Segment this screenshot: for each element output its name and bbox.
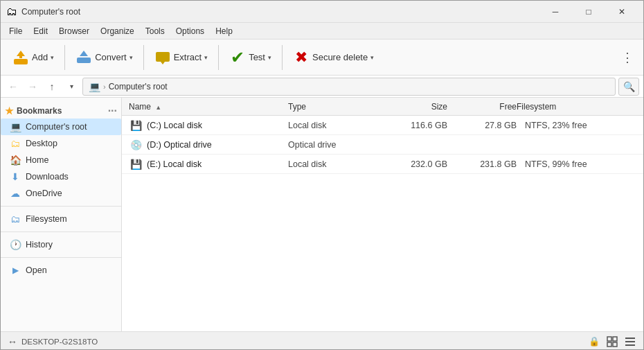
menu-bar: File Edit Browser Organize Tools Options…: [1, 23, 643, 40]
main-area: ★ Bookmarks ··· 💻 Computer's root 🗂 Desk…: [1, 98, 643, 331]
sort-arrow: ▲: [155, 104, 161, 111]
breadcrumb-item[interactable]: Computer's root: [109, 82, 168, 91]
convert-icon: [75, 49, 92, 66]
sidebar-item-history[interactable]: 🕐 History: [1, 236, 121, 253]
menu-browser[interactable]: Browser: [53, 25, 95, 37]
menu-organize[interactable]: Organize: [95, 25, 140, 37]
secure-delete-icon: ✖: [293, 49, 310, 66]
extract-icon: [154, 49, 171, 66]
table-row[interactable]: 💿 (D:) Optical drive Optical drive: [122, 135, 643, 155]
window-controls: ─ □ ✕: [539, 1, 638, 23]
file-list-header: Name ▲ Type Size Free Filesystem: [122, 98, 643, 116]
sidebar-divider-1: [1, 206, 121, 207]
breadcrumb[interactable]: 💻 › Computer's root: [82, 78, 616, 96]
status-computer-label: DESKTOP-G2S18TO: [21, 338, 98, 346]
history-dropdown-button[interactable]: ▾: [63, 78, 80, 95]
status-right: 🔒: [588, 335, 636, 348]
sidebar-item-filesystem[interactable]: 🗂 Filesystem: [1, 211, 121, 227]
col-header-filesystem[interactable]: Filesystem: [517, 102, 620, 112]
detail-view-icon[interactable]: [624, 335, 636, 348]
convert-chevron: ▾: [129, 54, 133, 61]
col-header-name[interactable]: Name ▲: [129, 102, 288, 112]
title-bar: 🗂 Computer's root ─ □ ✕: [1, 1, 643, 23]
svg-marker-4: [80, 51, 88, 56]
sidebar-bookmarks-header[interactable]: ★ Bookmarks ···: [1, 102, 121, 119]
bookmarks-more[interactable]: ···: [108, 105, 117, 117]
add-label: Add: [32, 52, 48, 62]
table-row[interactable]: 💾 (E:) Local disk Local disk 232.0 GB 23…: [122, 155, 643, 174]
search-button[interactable]: 🔍: [618, 78, 639, 96]
svg-rect-11: [625, 338, 635, 339]
sidebar-item-computers-root[interactable]: 💻 Computer's root: [1, 119, 121, 135]
close-button[interactable]: ✕: [606, 1, 638, 23]
maximize-button[interactable]: □: [573, 1, 605, 23]
sidebar-label-downloads: Downloads: [26, 172, 69, 182]
forward-button[interactable]: →: [24, 78, 41, 95]
col-header-free[interactable]: Free: [447, 102, 517, 112]
lock-icon[interactable]: 🔒: [588, 335, 600, 348]
test-label: Test: [249, 52, 265, 62]
bookmarks-label: Bookmarks: [17, 106, 62, 116]
sidebar-label-onedrive: OneDrive: [26, 189, 62, 198]
downloads-icon: ⬇: [9, 170, 21, 183]
secure-delete-label: Secure delete: [312, 52, 368, 62]
sidebar-label-history: History: [26, 240, 53, 250]
menu-edit[interactable]: Edit: [28, 25, 53, 37]
open-icon: ▶: [9, 264, 21, 277]
grid-view-icon[interactable]: [606, 335, 618, 348]
file-area: Name ▲ Type Size Free Filesystem 💾 (C:) …: [122, 98, 643, 331]
extract-button[interactable]: Extract ▾: [148, 44, 214, 71]
sidebar-item-onedrive[interactable]: ☁ OneDrive: [1, 185, 121, 202]
svg-rect-8: [613, 337, 617, 341]
table-row[interactable]: 💾 (C:) Local disk Local disk 116.6 GB 27…: [122, 116, 643, 135]
file-rows: 💾 (C:) Local disk Local disk 116.6 GB 27…: [122, 116, 643, 174]
sidebar-divider-3: [1, 257, 121, 258]
sidebar-label-computers-root: Computer's root: [26, 122, 87, 132]
menu-options[interactable]: Options: [170, 25, 210, 37]
history-icon: 🕐: [9, 238, 21, 251]
svg-rect-9: [607, 342, 611, 347]
breadcrumb-sep: ›: [103, 82, 106, 91]
status-left: ↔ DESKTOP-G2S18TO: [8, 336, 588, 347]
toolbar: Add ▾ Convert ▾ Extract ▾ ✔ Test ▾: [1, 40, 643, 76]
sidebar-label-filesystem: Filesystem: [26, 214, 67, 224]
col-header-size[interactable]: Size: [378, 102, 447, 112]
file-icon: 💾: [129, 119, 143, 132]
window-title: Computer's root: [21, 7, 539, 17]
test-button[interactable]: ✔ Test ▾: [223, 44, 278, 71]
computer-icon: 💻: [9, 121, 21, 133]
sidebar-item-open[interactable]: ▶ Open: [1, 262, 121, 279]
toolbar-sep-3: [218, 45, 219, 70]
add-icon: [12, 49, 29, 66]
secure-delete-button[interactable]: ✖ Secure delete ▾: [287, 44, 380, 71]
extract-label: Extract: [174, 52, 202, 62]
svg-rect-0: [14, 59, 28, 64]
svg-rect-3: [77, 58, 91, 63]
secure-delete-chevron: ▾: [370, 54, 374, 61]
svg-rect-2: [19, 53, 22, 58]
toolbar-sep-4: [282, 45, 283, 70]
up-button[interactable]: ↑: [44, 78, 60, 95]
test-icon: ✔: [229, 49, 246, 66]
sidebar-item-desktop[interactable]: 🗂 Desktop: [1, 135, 121, 152]
menu-help[interactable]: Help: [210, 25, 238, 37]
breadcrumb-computer-icon: 💻: [89, 81, 100, 92]
toolbar-more-button[interactable]: ⋮: [617, 47, 638, 68]
sidebar-bookmarks-section: ★ Bookmarks ··· 💻 Computer's root 🗂 Desk…: [1, 102, 121, 202]
add-button[interactable]: Add ▾: [6, 44, 60, 71]
col-header-type[interactable]: Type: [288, 102, 378, 112]
convert-button[interactable]: Convert ▾: [69, 44, 139, 71]
convert-label: Convert: [95, 52, 127, 62]
home-icon: 🏠: [9, 154, 21, 166]
svg-rect-7: [607, 337, 611, 341]
minimize-button[interactable]: ─: [539, 1, 571, 23]
sidebar-label-desktop: Desktop: [26, 139, 57, 148]
desktop-folder-icon: 🗂: [9, 137, 21, 150]
menu-tools[interactable]: Tools: [140, 25, 170, 37]
sidebar-divider-2: [1, 231, 121, 232]
sidebar-item-downloads[interactable]: ⬇ Downloads: [1, 168, 121, 185]
menu-file[interactable]: File: [3, 25, 28, 37]
back-button[interactable]: ←: [5, 78, 21, 95]
sidebar: ★ Bookmarks ··· 💻 Computer's root 🗂 Desk…: [1, 98, 122, 331]
sidebar-item-home[interactable]: 🏠 Home: [1, 152, 121, 168]
